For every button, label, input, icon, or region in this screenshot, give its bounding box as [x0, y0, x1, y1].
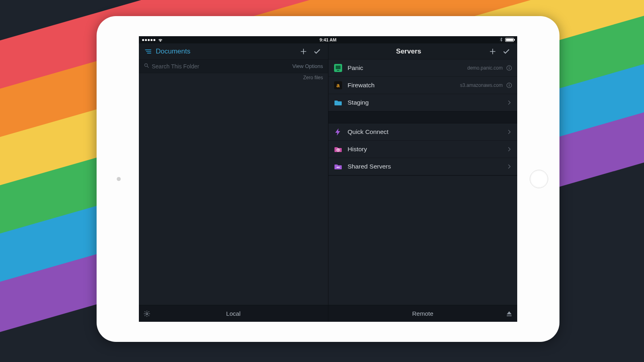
- wifi-icon: [158, 38, 163, 42]
- svg-point-0: [144, 64, 147, 66]
- app-screen: 9:41 AM Documents: [139, 36, 517, 322]
- panic-icon: [334, 64, 342, 72]
- server-row-panic[interactable]: Panic demo.panic.com: [328, 60, 518, 77]
- chevron-right-icon: [506, 129, 512, 135]
- search-icon: [144, 63, 149, 70]
- view-options-button[interactable]: View Options: [292, 63, 323, 69]
- local-toolbar: Documents: [139, 43, 328, 60]
- eject-button[interactable]: [501, 305, 517, 322]
- server-host: demo.panic.com: [467, 65, 503, 71]
- row-label: Quick Connect: [348, 128, 506, 136]
- svg-point-15: [338, 167, 339, 168]
- status-time: 9:41 AM: [320, 37, 336, 42]
- svg-point-14: [336, 167, 338, 168]
- info-icon[interactable]: [506, 65, 512, 71]
- folder-icon: [334, 99, 342, 107]
- bolt-icon: [334, 128, 342, 136]
- search-row: View Options: [139, 60, 328, 73]
- svg-point-16: [146, 313, 148, 315]
- svg-line-22: [149, 315, 149, 316]
- svg-point-11: [509, 84, 510, 84]
- shared-folder-icon: [334, 162, 342, 171]
- shared-servers-row[interactable]: Shared Servers: [328, 158, 518, 175]
- remote-select-button[interactable]: [500, 45, 513, 58]
- history-folder-icon: [334, 145, 342, 153]
- svg-text:a: a: [336, 82, 340, 88]
- row-label: Shared Servers: [348, 163, 506, 170]
- battery-icon: [505, 38, 514, 42]
- signal-strength-icon: [142, 39, 155, 41]
- local-file-list: [139, 83, 328, 305]
- remote-toolbar: Servers: [328, 43, 518, 60]
- remote-empty-area: [328, 175, 518, 176]
- history-row[interactable]: History: [328, 141, 518, 158]
- svg-rect-12: [509, 85, 509, 87]
- svg-rect-3: [336, 66, 341, 69]
- server-name: Firewatch: [348, 82, 460, 89]
- remote-title: Servers: [396, 47, 421, 56]
- server-host: s3.amazonaws.com: [460, 82, 503, 88]
- chevron-right-icon: [506, 99, 512, 106]
- file-count-label: Zero files: [139, 73, 328, 83]
- ipad-frame: 9:41 AM Documents: [97, 16, 559, 342]
- search-input[interactable]: [152, 63, 292, 70]
- menu-icon[interactable]: [141, 45, 155, 58]
- section-gap: [328, 111, 518, 123]
- local-add-button[interactable]: [297, 45, 310, 58]
- svg-point-6: [509, 66, 510, 67]
- server-name: Panic: [348, 64, 467, 72]
- quick-connect-row[interactable]: Quick Connect: [328, 123, 518, 141]
- local-select-button[interactable]: [310, 45, 324, 58]
- server-row-firewatch[interactable]: a Firewatch s3.amazonaws.com: [328, 77, 518, 94]
- chevron-right-icon: [506, 163, 512, 170]
- remote-pane: Servers Panic: [328, 43, 518, 305]
- local-tab-label[interactable]: Local: [155, 310, 312, 317]
- remote-tab-label[interactable]: Remote: [345, 310, 502, 317]
- server-name: Staging: [348, 99, 506, 106]
- ipad-camera: [117, 177, 121, 181]
- status-bar: 9:41 AM: [139, 36, 517, 43]
- svg-rect-7: [509, 68, 509, 70]
- server-row-staging[interactable]: Staging: [328, 94, 518, 111]
- info-icon[interactable]: [506, 82, 512, 88]
- bottom-bar: Local Remote: [139, 305, 517, 322]
- settings-button[interactable]: [139, 305, 155, 322]
- remote-add-button[interactable]: [486, 45, 500, 58]
- svg-line-21: [144, 311, 145, 312]
- local-pane: Documents View Options Zero files: [139, 43, 328, 305]
- ipad-home-button[interactable]: [530, 170, 548, 188]
- chevron-right-icon: [506, 146, 512, 152]
- bluetooth-icon: [500, 37, 503, 42]
- svg-line-1: [147, 66, 149, 68]
- svg-rect-4: [337, 70, 339, 71]
- server-list: Panic demo.panic.com a Firewatch s3.amaz…: [328, 60, 518, 176]
- amazon-icon: a: [334, 81, 342, 89]
- svg-line-23: [144, 315, 145, 316]
- local-title[interactable]: Documents: [156, 47, 297, 56]
- svg-line-24: [149, 311, 149, 312]
- row-label: History: [348, 146, 506, 153]
